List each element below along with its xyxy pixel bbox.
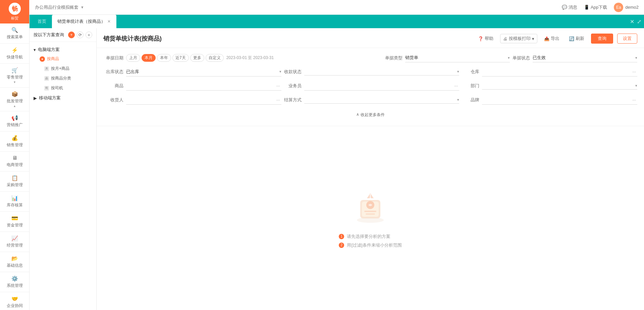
scheme-tree: ▾ 电脑端方案 ● 按商品 月 按月+商品 品 按商品分类 司 按司机 <box>30 42 96 105</box>
refresh-scheme-button[interactable]: ⟳ <box>77 32 84 38</box>
date-range-text: 2023-03-01 至 2023-03-31 <box>226 55 274 61</box>
more-options-icon[interactable]: ··· <box>453 83 460 89</box>
scheme-goods-category[interactable]: 品 按商品分类 <box>30 73 96 83</box>
sidebar-item-quick-nav[interactable]: ⚡ 快捷导航 <box>0 44 30 64</box>
sidebar-item-system[interactable]: ⚙️ 系统管理 <box>0 272 30 292</box>
brand-select[interactable]: ··· <box>482 95 637 105</box>
more-options-icon[interactable]: ··· <box>275 83 281 89</box>
chevron-down-icon: ▾ <box>532 36 534 41</box>
filter-doc-status: 单据状态 已生效 ▾ <box>510 53 637 62</box>
filter-out-status: 出库状态 已出库 ▾ <box>103 67 281 76</box>
tab-close-all-button[interactable]: ✕ <box>630 18 634 25</box>
sidebar-item-inventory[interactable]: 📊 库存核算 <box>0 192 30 212</box>
department-select[interactable]: ▾ <box>482 82 637 90</box>
mobile-scheme-group[interactable]: ▶ 移动端方案 <box>30 93 96 102</box>
tab-bar: 首页 销货单统计表（按商品） ✕ ✕ ⤢ <box>30 15 644 28</box>
salesman-select[interactable]: ··· <box>304 81 460 91</box>
top-header: 办公用品行业模拟账套 ▾ 💬 消息 📱 App下载 Ea demo2 <box>30 0 644 15</box>
more-options-icon[interactable]: ··· <box>275 97 281 103</box>
chevron-down-icon: ▾ <box>14 80 15 84</box>
settings-button[interactable]: 设置 <box>617 34 637 44</box>
chevron-up-icon: ∧ <box>356 112 359 118</box>
sidebar: 畅 标贸 🔍 搜索菜单 ⚡ 快捷导航 🛒 零售管理 ▾ 📦 批发管理 ▴ 📢 营… <box>0 0 30 310</box>
settlement-label: 结算方式 <box>281 97 302 103</box>
left-panel-header: 按以下方案查询 + ⟳ « <box>30 28 96 42</box>
doc-type-select[interactable]: 销货单 ▾ <box>405 53 510 62</box>
help-button[interactable]: ❓ 帮助 <box>475 34 496 43</box>
filter-salesman: 业务员 ··· <box>281 81 460 91</box>
date-btn-7days[interactable]: 近7天 <box>172 54 189 62</box>
panel-actions: + ⟳ « <box>68 32 92 38</box>
date-btn-more[interactable]: 更多 <box>190 54 204 62</box>
filter-payment-status: 收款状态 ▾ <box>281 68 460 75</box>
date-btn-custom[interactable]: 自定义 <box>206 54 224 62</box>
sidebar-item-purchase[interactable]: 📋 采购管理 <box>0 171 30 192</box>
sidebar-item-enterprise[interactable]: 🤝 企业协同 <box>0 292 30 310</box>
tab-sales-stat[interactable]: 销货单统计表（按商品） ✕ <box>52 15 116 28</box>
sidebar-item-search[interactable]: 🔍 搜索菜单 <box>0 23 30 44</box>
tab-bar-actions: ✕ ⤢ <box>630 18 641 25</box>
header-left: 办公用品行业模拟账套 ▾ <box>35 4 84 10</box>
doc-type-label: 单据类型 <box>382 55 402 61</box>
query-button[interactable]: 查询 <box>591 34 613 44</box>
collapse-panel-button[interactable]: « <box>86 32 92 38</box>
chevron-down-icon: ▾ <box>635 84 637 88</box>
sidebar-item-wholesale[interactable]: 📦 批发管理 ▴ <box>0 88 30 111</box>
sidebar-item-finance[interactable]: 💳 资金管理 <box>0 212 30 232</box>
filter-area: 单据日期 上月 本月 本年 近7天 更多 自定义 2023-03-01 至 20… <box>97 48 644 126</box>
date-btn-this-month[interactable]: 本月 <box>142 54 156 62</box>
sidebar-item-retail[interactable]: 🛒 零售管理 ▾ <box>0 64 30 88</box>
recipient-select[interactable]: ··· <box>126 95 281 105</box>
basic-icon: 📂 <box>11 255 18 262</box>
date-btn-this-year[interactable]: 本年 <box>157 54 171 62</box>
warehouse-select[interactable]: ··· <box>482 67 637 76</box>
payment-status-select[interactable]: ▾ <box>304 68 460 75</box>
more-options-icon[interactable]: ··· <box>631 68 637 75</box>
collapse-filters-button[interactable]: ∧ 收起更多条件 <box>103 109 637 120</box>
sub-scheme-icon: 品 <box>44 76 49 81</box>
svg-rect-4 <box>364 211 376 212</box>
sidebar-item-basic[interactable]: 📂 基础信息 <box>0 252 30 272</box>
tab-close-button[interactable]: ✕ <box>107 19 111 24</box>
refresh-button[interactable]: 🔄 刷新 <box>566 34 587 43</box>
scheme-by-machine[interactable]: 司 按司机 <box>30 83 96 93</box>
more-options-icon[interactable]: ··· <box>631 97 637 103</box>
settlement-select[interactable]: ▾ <box>304 96 460 104</box>
page-title: 销货单统计表(按商品) <box>103 35 162 43</box>
chevron-down-icon: ▴ <box>14 104 15 108</box>
tab-restore-button[interactable]: ⤢ <box>637 18 641 25</box>
export-button[interactable]: 📤 导出 <box>541 34 562 43</box>
sidebar-item-operations[interactable]: 📈 经营管理 <box>0 232 30 252</box>
sidebar-item-ecommerce[interactable]: 🖥 电商管理 <box>0 152 30 171</box>
message-button[interactable]: 💬 消息 <box>562 4 577 10</box>
doc-status-select[interactable]: 已生效 ▾ <box>533 53 637 62</box>
tab-home[interactable]: 首页 <box>32 15 52 28</box>
app-download-button[interactable]: 📱 App下载 <box>584 4 607 10</box>
goods-label: 商品 <box>103 83 123 89</box>
avatar: Ea <box>614 3 623 12</box>
sub-scheme-icon: 月 <box>44 66 49 71</box>
message-icon: 💬 <box>562 5 567 10</box>
logo-text: 标贸 <box>11 16 18 21</box>
goods-select[interactable]: ··· <box>126 81 281 91</box>
print-button[interactable]: 🖨 按模板打印 ▾ <box>500 34 537 43</box>
app-logo[interactable]: 畅 标贸 <box>0 0 30 23</box>
date-btn-last-month[interactable]: 上月 <box>126 54 140 62</box>
dropdown-arrow-icon[interactable]: ▾ <box>81 5 84 10</box>
add-scheme-button[interactable]: + <box>68 32 75 38</box>
scheme-month-goods[interactable]: 月 按月+商品 <box>30 64 96 73</box>
user-menu-button[interactable]: Ea demo2 <box>614 3 639 12</box>
sales-icon: 💰 <box>11 135 18 141</box>
warehouse-label: 仓库 <box>459 69 479 75</box>
sidebar-item-sales[interactable]: 💰 销售管理 <box>0 132 30 152</box>
scheme-by-goods[interactable]: ● 按商品 <box>30 54 96 64</box>
filter-row-4: 收货人 ··· 结算方式 ▾ 品牌 <box>103 95 637 105</box>
operations-icon: 📈 <box>11 235 18 242</box>
svg-rect-5 <box>366 213 375 215</box>
pc-scheme-group[interactable]: ▾ 电脑端方案 <box>30 45 96 54</box>
finance-icon: 💳 <box>11 215 18 221</box>
date-label: 单据日期 <box>103 55 123 61</box>
sidebar-item-marketing[interactable]: 📢 营销推广 <box>0 111 30 132</box>
out-status-select[interactable]: 已出库 ▾ <box>126 67 281 76</box>
content-area: 按以下方案查询 + ⟳ « ▾ 电脑端方案 ● 按商品 月 按月+ <box>30 28 644 310</box>
